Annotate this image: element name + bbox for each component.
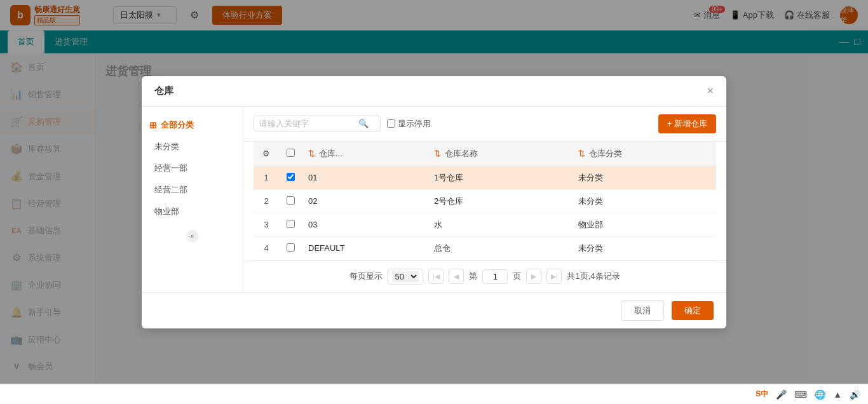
row-name-2: 水 (428, 213, 572, 236)
row-checkbox-cell-2 (279, 213, 302, 236)
row-code-3: DEFAULT (302, 236, 428, 260)
th-checkbox (279, 142, 302, 166)
select-all-checkbox[interactable] (287, 149, 295, 157)
row-name-3: 总仓 (428, 236, 572, 260)
table-body: 1 01 1号仓库 未分类 2 02 2号仓库 未分类 3 03 水 物业部 4… (254, 166, 716, 260)
sort-icon-category: ⇅ (578, 149, 585, 158)
status-icon-keyboard[interactable]: ⌨ (794, 389, 807, 400)
modal-sidebar: ⊞ 全部分类 未分类 经营一部 经营二部 物业部 « (142, 107, 243, 292)
total-pages-label: 共1页,4条记录 (567, 271, 620, 282)
page-label-suffix: 页 (513, 271, 521, 282)
row-checkbox-1[interactable] (287, 196, 295, 205)
table-row[interactable]: 3 03 水 物业部 (254, 213, 716, 236)
sort-icon-name: ⇅ (434, 149, 441, 158)
row-num-3: 4 (254, 236, 279, 260)
table-header-row: ⚙ ⇅ 仓库... ⇅ (254, 142, 716, 166)
status-icon-mic[interactable]: 🎤 (776, 389, 787, 400)
row-checkbox-2[interactable] (287, 220, 295, 228)
show-disabled-label: 显示停用 (398, 118, 431, 130)
per-page-select-wrap[interactable]: 50 100 200 (388, 269, 423, 285)
pagination: 每页显示 50 100 200 |◀ ◀ 第 页 ▶ ▶| (243, 260, 726, 292)
modal-sidebar-all-category[interactable]: ⊞ 全部分类 (142, 114, 243, 136)
search-input-wrap: 🔍 (254, 116, 381, 131)
modal-footer: 取消 确定 (142, 292, 726, 328)
modal-title: 仓库 (154, 85, 173, 97)
th-name: ⇅ 仓库名称 (428, 142, 572, 166)
row-code-2: 03 (302, 213, 428, 236)
page-label-prefix: 第 (469, 271, 477, 282)
add-warehouse-button[interactable]: + 新增仓库 (658, 114, 716, 133)
th-category: ⇅ 仓库分类 (572, 142, 716, 166)
collapse-sidebar-button[interactable]: « (186, 230, 199, 243)
row-checkbox-cell-0 (279, 166, 302, 189)
last-page-button[interactable]: ▶| (546, 269, 562, 284)
modal-toolbar: 🔍 显示停用 + 新增仓库 (243, 107, 726, 142)
next-page-button[interactable]: ▶ (526, 269, 541, 284)
prev-page-button[interactable]: ◀ (449, 269, 464, 284)
first-page-button[interactable]: |◀ (428, 269, 444, 284)
status-icon-s[interactable]: S中 (756, 389, 768, 400)
modal-backdrop[interactable]: 仓库 × ⊞ 全部分类 未分类 经营一部 经营二部 (0, 0, 868, 404)
row-category-0: 未分类 (572, 166, 716, 189)
status-icon-lang[interactable]: 🌐 (815, 389, 825, 400)
warehouse-table: ⚙ ⇅ 仓库... ⇅ (254, 142, 716, 260)
per-page-label: 每页显示 (349, 271, 383, 282)
table-row[interactable]: 4 DEFAULT 总仓 未分类 (254, 236, 716, 260)
row-category-3: 未分类 (572, 236, 716, 260)
modal-sidebar-uncategorized[interactable]: 未分类 (142, 136, 243, 158)
table-row[interactable]: 2 02 2号仓库 未分类 (254, 189, 716, 213)
row-category-1: 未分类 (572, 189, 716, 213)
modal-sidebar-dept2[interactable]: 经营二部 (142, 179, 243, 201)
modal-main: 🔍 显示停用 + 新增仓库 ⚙ (243, 107, 726, 292)
show-disabled-checkbox[interactable] (387, 119, 395, 128)
modal-close-button[interactable]: × (707, 85, 714, 97)
row-name-0: 1号仓库 (428, 166, 572, 189)
row-code-0: 01 (302, 166, 428, 189)
row-name-1: 2号仓库 (428, 189, 572, 213)
modal-sidebar-property[interactable]: 物业部 (142, 201, 243, 222)
modal-sidebar-dept1[interactable]: 经营一部 (142, 158, 243, 179)
modal-body: ⊞ 全部分类 未分类 经营一部 经营二部 物业部 « (142, 107, 726, 292)
modal-header: 仓库 × (142, 76, 726, 107)
table-row[interactable]: 1 01 1号仓库 未分类 (254, 166, 716, 189)
settings-column-icon: ⚙ (262, 149, 270, 158)
grid-icon: ⊞ (149, 120, 157, 130)
search-icon[interactable]: 🔍 (358, 119, 369, 128)
warehouse-modal: 仓库 × ⊞ 全部分类 未分类 经营一部 经营二部 (142, 76, 726, 328)
status-icon-network[interactable]: ▲ (833, 389, 842, 400)
row-num-1: 2 (254, 189, 279, 213)
th-code: ⇅ 仓库... (302, 142, 428, 166)
row-checkbox-cell-1 (279, 189, 302, 213)
row-num-2: 3 (254, 213, 279, 236)
show-disabled-checkbox-wrap[interactable]: 显示停用 (387, 118, 431, 130)
row-code-1: 02 (302, 189, 428, 213)
status-icon-volume[interactable]: 🔊 (850, 389, 860, 400)
row-checkbox-3[interactable] (287, 243, 295, 252)
row-checkbox-cell-3 (279, 236, 302, 260)
confirm-button[interactable]: 确定 (672, 301, 714, 320)
warehouse-table-wrap: ⚙ ⇅ 仓库... ⇅ (243, 142, 726, 260)
th-settings: ⚙ (254, 142, 279, 166)
page-number-input[interactable] (482, 269, 508, 284)
cancel-button[interactable]: 取消 (621, 300, 664, 321)
sort-icon-code: ⇅ (308, 149, 315, 158)
row-category-2: 物业部 (572, 213, 716, 236)
status-bar: S中 🎤 ⌨ 🌐 ▲ 🔊 (0, 384, 868, 404)
row-num-0: 1 (254, 166, 279, 189)
search-input[interactable] (259, 119, 355, 128)
row-checkbox-0[interactable] (287, 173, 295, 181)
per-page-select[interactable]: 50 100 200 (392, 271, 419, 282)
